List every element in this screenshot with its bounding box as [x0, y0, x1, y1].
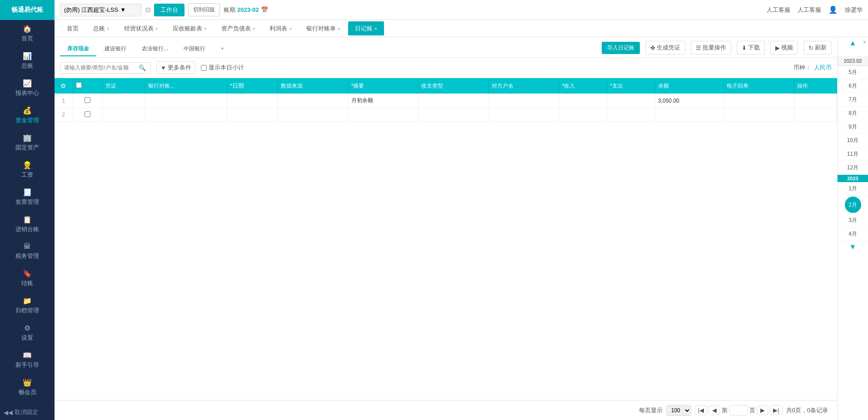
period-label: 账期	[224, 6, 235, 14]
cell-expense-2	[607, 108, 655, 122]
sidebar-item-reports[interactable]: 📈 报表中心	[0, 74, 55, 102]
tab-journal-close[interactable]: ×	[374, 26, 377, 31]
dp-month-3[interactable]: 3月	[838, 214, 868, 227]
video-button[interactable]: ▶ 视频	[770, 41, 798, 54]
table-row: 1 月初余额 3,050.00	[55, 94, 837, 108]
row-checkbox-2[interactable]	[73, 108, 103, 122]
tab-receivable[interactable]: 应收账龄表 ×	[166, 21, 214, 35]
sidebar-item-fixed-assets[interactable]: 🏢 固定资产	[0, 129, 55, 156]
show-daily-toggle[interactable]: 显示本日小计	[201, 64, 244, 72]
select-all-checkbox[interactable]	[76, 82, 82, 88]
generate-voucher-button[interactable]: ✤ 生成凭证	[645, 41, 685, 54]
page-input[interactable]: 1	[729, 405, 748, 415]
sidebar-item-invoice[interactable]: 🧾 发票管理	[0, 183, 55, 211]
tab-home[interactable]: 首页	[60, 21, 85, 35]
dropdown-icon: ▼	[120, 6, 126, 13]
row-checkbox-1[interactable]	[73, 94, 103, 108]
sidebar-item-funds[interactable]: 💰 资金管理	[0, 102, 55, 129]
tab-profit-close[interactable]: ×	[289, 26, 292, 31]
table-settings-icon[interactable]: ⚙	[60, 82, 66, 89]
tabbar: 首页 总账 × 经营状况表 × 应收账龄表 × 资产负债表 × 利润表 × 银行…	[55, 20, 868, 37]
refresh-button[interactable]: ↻ 刷新	[803, 41, 832, 54]
sidebar-item-sales[interactable]: 📋 进销台账	[0, 211, 55, 238]
dp-month-7[interactable]: 7月	[838, 93, 868, 107]
col-checkbox[interactable]	[73, 78, 103, 94]
col-settings[interactable]: ⚙	[55, 78, 73, 94]
sidebar-item-label: 资金管理	[15, 116, 39, 124]
datepicker-close[interactable]: ×	[863, 39, 866, 45]
sidebar-item-guide[interactable]: 📖 新手引导	[0, 346, 55, 374]
old-version-button[interactable]: 切到旧版	[188, 3, 220, 16]
cell-partner-1	[489, 94, 559, 108]
dp-month-9[interactable]: 9月	[838, 120, 868, 134]
toolbar-right: 币种： 人民币	[793, 64, 832, 72]
subtab-construction[interactable]: 建设银行	[97, 42, 134, 56]
tab-ledger[interactable]: 总账 ×	[86, 21, 116, 35]
search-box[interactable]: 🔍	[60, 62, 151, 74]
tax-icon: 🏛	[24, 242, 31, 251]
tab-business-close[interactable]: ×	[155, 26, 158, 31]
tab-ledger-close[interactable]: ×	[107, 26, 110, 31]
workspace-button[interactable]: 工作台	[154, 4, 185, 16]
video-label: 视频	[781, 44, 793, 52]
subtab-agriculture[interactable]: 农业银行...	[135, 42, 175, 56]
tab-receivable-close[interactable]: ×	[204, 26, 207, 31]
dp-month-6[interactable]: 6月	[838, 79, 868, 93]
dp-month-5[interactable]: 5月	[838, 66, 868, 79]
sales-icon: 📋	[23, 215, 32, 224]
import-journal-button[interactable]: 导入日记账	[602, 42, 640, 54]
col-source: 数据来源	[278, 78, 349, 94]
tab-journal[interactable]: 日记账 ×	[348, 21, 384, 35]
cell-summary-1: 月初余额	[348, 94, 419, 108]
download-button[interactable]: ⬇ 下载	[737, 41, 765, 54]
copy-icon[interactable]: ⧉	[145, 6, 150, 14]
calendar-icon[interactable]: 📅	[261, 6, 268, 13]
subtab-cash[interactable]: 库存现金	[60, 42, 96, 56]
refresh-label: 刷新	[815, 44, 827, 52]
dp-month-2-active[interactable]: 2月	[845, 197, 861, 213]
sidebar-item-home[interactable]: 🏠 首页	[0, 20, 55, 47]
user-service-label[interactable]: 人工客服	[798, 6, 821, 14]
batch-op-button[interactable]: ☰ 批量操作	[691, 41, 731, 54]
service-button[interactable]: 人工客服	[767, 6, 790, 14]
topbar: (勿用) 江西超宝-LSS ▼ ⧉ 工作台 切到旧版 账期 2023-02 📅 …	[55, 0, 868, 20]
dp-month-11[interactable]: 11月	[838, 148, 868, 161]
prev-page-button[interactable]: ◀	[709, 405, 720, 415]
datepicker-scroll-down[interactable]: ▼	[838, 241, 868, 253]
search-icon: 🔍	[139, 64, 146, 71]
sidebar-item-ledger[interactable]: 📊 总账	[0, 47, 55, 74]
subtab-bar: 库存现金 建设银行 农业银行... 中国银行 + 导入日记账 ✤ 生成凭证 ☰ …	[55, 37, 837, 58]
tab-balance[interactable]: 资产负债表 ×	[215, 21, 262, 35]
tab-profit[interactable]: 利润表 ×	[263, 21, 299, 35]
search-input[interactable]	[64, 64, 137, 71]
sidebar-item-payroll[interactable]: 👷 工资	[0, 156, 55, 183]
dp-month-10[interactable]: 10月	[838, 134, 868, 148]
show-daily-checkbox[interactable]	[201, 65, 207, 71]
tab-bank-reconcile[interactable]: 银行对账单 ×	[299, 21, 347, 35]
journal-table-wrap: ⚙ 凭证 银行对账... *日期 数据来源 *摘要 收支类型 对方户名 *收入	[55, 78, 837, 400]
refresh-icon: ↻	[808, 44, 813, 51]
sidebar-item-settings[interactable]: ⚙ 设置	[0, 319, 55, 346]
first-page-button[interactable]: |◀	[695, 405, 707, 415]
company-selector[interactable]: (勿用) 江西超宝-LSS ▼	[60, 4, 142, 16]
tab-bank-reconcile-close[interactable]: ×	[338, 26, 340, 31]
subtab-add[interactable]: +	[214, 43, 231, 55]
next-page-button[interactable]: ▶	[757, 405, 768, 415]
tab-balance-close[interactable]: ×	[253, 26, 255, 31]
per-page-select[interactable]: 100 50 200	[666, 405, 691, 416]
dp-month-4[interactable]: 4月	[838, 227, 868, 241]
dp-month-1[interactable]: 1月	[838, 182, 868, 196]
last-page-button[interactable]: ▶|	[770, 405, 782, 415]
sidebar-item-vip[interactable]: 👑 畅会员	[0, 374, 55, 401]
tab-business[interactable]: 经营状况表 ×	[117, 21, 165, 35]
sidebar-item-archive[interactable]: 📁 归档管理	[0, 292, 55, 319]
unpin-sidebar-button[interactable]: ◀◀ 取消固定	[0, 405, 55, 420]
subtab-china[interactable]: 中国银行	[176, 42, 213, 56]
sidebar-item-label: 新手引导	[15, 361, 39, 369]
dp-month-8[interactable]: 8月	[838, 107, 868, 120]
sidebar-item-tax[interactable]: 🏛 税务管理	[0, 238, 55, 265]
dp-month-12[interactable]: 12月	[838, 161, 868, 175]
main-area: (勿用) 江西超宝-LSS ▼ ⧉ 工作台 切到旧版 账期 2023-02 📅 …	[55, 0, 868, 420]
sidebar-item-close[interactable]: 🔖 结账	[0, 265, 55, 292]
filter-button[interactable]: ▼ 更多条件	[156, 61, 195, 74]
